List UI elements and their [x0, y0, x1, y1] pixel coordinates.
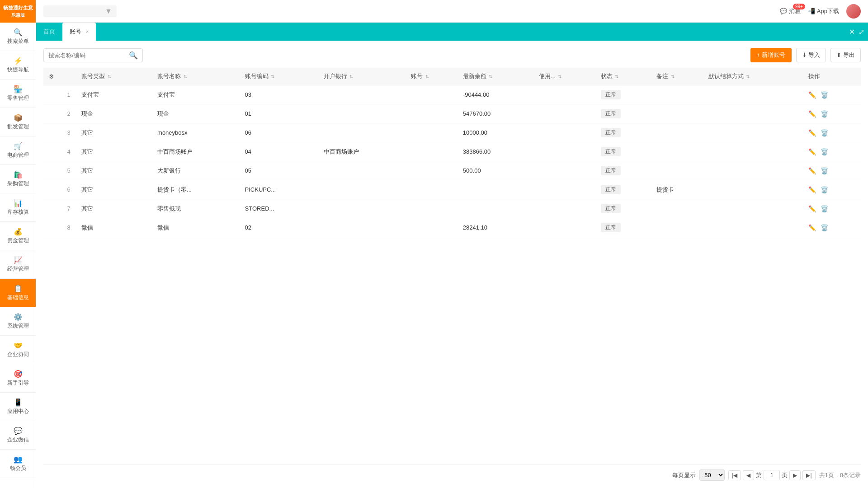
th-settings[interactable]: ⚙ — [43, 68, 60, 85]
edit-icon[interactable]: ✏️ — [808, 129, 816, 136]
sidebar-item-capital-mgmt[interactable]: 💰 资金管理 — [0, 222, 36, 250]
system-mgmt-icon: ⚙️ — [2, 313, 34, 321]
topbar-search-input[interactable] — [48, 8, 102, 14]
next-page-button[interactable]: ▶ — [789, 470, 801, 480]
sidebar-item-purchase-mgmt[interactable]: 🛍️ 采购管理 — [0, 165, 36, 193]
delete-icon[interactable]: 🗑️ — [821, 110, 828, 117]
search-menu-icon: 🔍 — [2, 28, 34, 37]
cell-account-name: 中百商场账户 — [154, 142, 241, 161]
account-search-box[interactable]: 🔍 — [43, 48, 143, 62]
sidebar-item-enterprise-agreement[interactable]: 🤝 企业协同 — [0, 336, 36, 364]
th-status[interactable]: 状态 ⇅ — [597, 68, 653, 85]
edit-icon[interactable]: ✏️ — [808, 167, 816, 174]
page-size-select[interactable]: 50 100 200 — [699, 469, 725, 481]
th-open-bank[interactable]: 开户银行 ⇅ — [320, 68, 408, 85]
topbar-left: ▼ — [43, 5, 117, 17]
table-row: 5 其它 大新银行 05 500.00 正常 ✏️ 🗑️ — [43, 161, 861, 180]
edit-icon[interactable]: ✏️ — [808, 224, 816, 231]
cell-default-payment — [705, 104, 805, 123]
cell-account — [407, 199, 459, 218]
page-input[interactable] — [764, 470, 780, 480]
export-button[interactable]: ⬆ 导出 — [830, 48, 861, 62]
edit-icon[interactable]: ✏️ — [808, 148, 816, 155]
table-row: 8 微信 微信 02 28241.10 正常 ✏️ 🗑️ — [43, 218, 861, 237]
sidebar-item-basic-info[interactable]: 📋 基础信息 — [0, 279, 36, 307]
enterprise-agreement-icon: 🤝 — [2, 341, 34, 350]
cell-usage — [535, 104, 597, 123]
cell-account-name: 提货卡（零... — [154, 180, 241, 199]
tab-account-close[interactable]: × — [86, 29, 89, 34]
sidebar-item-enterprise-wechat[interactable]: 💬 企业微信 — [0, 421, 36, 450]
th-default-payment[interactable]: 默认结算方式 ⇅ — [705, 68, 805, 85]
cell-account-type: 其它 — [78, 142, 154, 161]
sidebar-item-search-menu[interactable]: 🔍 搜索菜单 — [0, 23, 36, 51]
topbar-search-box[interactable]: ▼ — [43, 5, 117, 17]
delete-icon[interactable]: 🗑️ — [821, 186, 828, 193]
sidebar-item-ecommerce-mgmt[interactable]: 🛒 电商管理 — [0, 136, 36, 165]
close-window-icon[interactable]: ✕ — [849, 28, 855, 36]
edit-icon[interactable]: ✏️ — [808, 91, 816, 99]
prev-page-button[interactable]: ◀ — [743, 470, 754, 480]
th-notes[interactable]: 备注 ⇅ — [653, 68, 705, 85]
tab-home[interactable]: 首页 — [36, 23, 62, 41]
expand-window-icon[interactable]: ⤢ — [859, 28, 864, 36]
cell-account-name: 大新银行 — [154, 161, 241, 180]
cell-notes — [653, 199, 705, 218]
last-page-button[interactable]: ▶| — [802, 470, 815, 480]
table-row: 2 现金 现金 01 547670.00 正常 ✏️ 🗑️ — [43, 104, 861, 123]
cell-account-type: 其它 — [78, 123, 154, 142]
th-usage[interactable]: 使用... ⇅ — [535, 68, 597, 85]
edit-icon[interactable]: ✏️ — [808, 186, 816, 193]
sidebar-item-app-center[interactable]: 📱 应用中心 — [0, 393, 36, 421]
cell-account-code: PICKUPC... — [241, 180, 320, 199]
delete-icon[interactable]: 🗑️ — [821, 205, 828, 212]
cell-account-type: 其它 — [78, 180, 154, 199]
account-search-input[interactable] — [48, 52, 126, 59]
tab-account[interactable]: 账号 × — [62, 23, 96, 41]
cell-account — [407, 218, 459, 237]
sidebar-item-member[interactable]: 👥 畅会员 — [0, 450, 36, 478]
sidebar-item-newbie-guide[interactable]: 🎯 新手引导 — [0, 364, 36, 393]
cell-status: 正常 — [597, 85, 653, 104]
cell-num: 3 — [60, 123, 78, 142]
table-row: 6 其它 提货卡（零... PICKUPC... 正常 提货卡 ✏️ 🗑️ — [43, 180, 861, 199]
sidebar-item-label: 批发管理 — [7, 123, 29, 130]
account-table-wrap: ⚙ 账号类型 ⇅ 账号名称 ⇅ 账号编码 ⇅ 开户银行 ⇅ 账号 ⇅ 最新余额 … — [43, 68, 861, 465]
sidebar-item-retail-mgmt[interactable]: 🏪 零售管理 — [0, 80, 36, 108]
import-button[interactable]: ⬇ 导入 — [796, 48, 826, 62]
cell-default-payment — [705, 123, 805, 142]
th-account[interactable]: 账号 ⇅ — [407, 68, 459, 85]
delete-icon[interactable]: 🗑️ — [821, 224, 828, 231]
delete-icon[interactable]: 🗑️ — [821, 91, 828, 99]
th-account-type[interactable]: 账号类型 ⇅ — [78, 68, 154, 85]
app-download-button[interactable]: 📲 App下载 — [808, 7, 839, 15]
first-page-button[interactable]: |◀ — [728, 470, 741, 480]
th-account-name[interactable]: 账号名称 ⇅ — [154, 68, 241, 85]
user-avatar[interactable] — [846, 4, 861, 19]
sidebar-item-inventory-check[interactable]: 📊 库存核算 — [0, 193, 36, 222]
cell-usage — [535, 161, 597, 180]
cell-actions: ✏️ 🗑️ — [805, 180, 861, 199]
delete-icon[interactable]: 🗑️ — [821, 129, 828, 136]
edit-icon[interactable]: ✏️ — [808, 205, 816, 212]
sidebar-item-system-mgmt[interactable]: ⚙️ 系统管理 — [0, 307, 36, 336]
purchase-mgmt-icon: 🛍️ — [2, 170, 34, 179]
cell-num: 8 — [60, 218, 78, 237]
table-row: 7 其它 零售抵现 STORED... 正常 ✏️ 🗑️ — [43, 199, 861, 218]
edit-icon[interactable]: ✏️ — [808, 110, 816, 117]
add-account-button[interactable]: + 新增账号 — [750, 48, 792, 62]
message-button[interactable]: 💬 消息 99+ — [780, 7, 801, 15]
sidebar-item-label: 经营管理 — [7, 266, 29, 272]
cell-actions: ✏️ 🗑️ — [805, 85, 861, 104]
sidebar-item-wholesale-mgmt[interactable]: 📦 批发管理 — [0, 108, 36, 136]
sidebar-item-label: 畅会员 — [10, 465, 26, 471]
toolbar: 🔍 + 新增账号 ⬇ 导入 ⬆ 导出 — [43, 48, 861, 62]
th-account-code[interactable]: 账号编码 ⇅ — [241, 68, 320, 85]
delete-icon[interactable]: 🗑️ — [821, 167, 828, 174]
th-latest-balance[interactable]: 最新余额 ⇅ — [459, 68, 535, 85]
cell-latest-balance: 547670.00 — [459, 104, 535, 123]
sidebar-item-quick-nav[interactable]: ⚡ 快捷导航 — [0, 51, 36, 80]
cell-latest-balance: 500.00 — [459, 161, 535, 180]
delete-icon[interactable]: 🗑️ — [821, 148, 828, 155]
sidebar-item-business-mgmt[interactable]: 📈 经营管理 — [0, 250, 36, 279]
